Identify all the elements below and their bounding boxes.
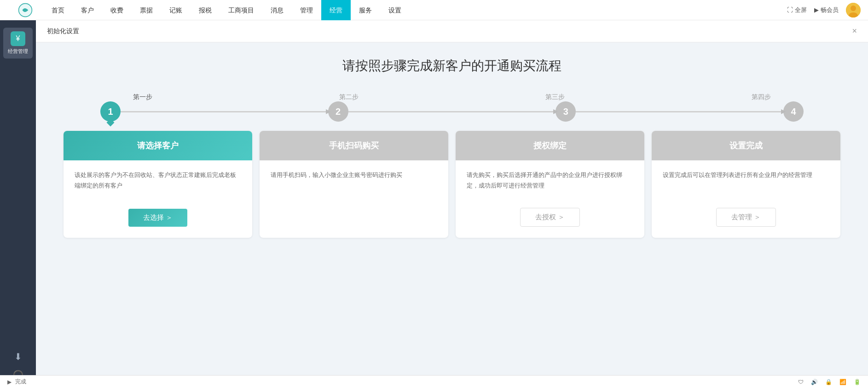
sidebar-item-business[interactable]: ¥ 经营管理: [3, 28, 33, 59]
step1-label: 第一步: [133, 93, 152, 101]
nav-manage[interactable]: 管理: [292, 0, 321, 20]
nav-service[interactable]: 服务: [351, 0, 380, 20]
layout: ¥ 经营管理 ⬇ 🎧 初始化设置 × 请按照步骤完成新客户的开通购买流程 第一步: [0, 20, 868, 388]
nav-right: ⛶ 全屏 ▶ 畅会员: [787, 3, 861, 18]
card1-btn[interactable]: 去选择 ＞: [128, 209, 187, 227]
card1-body: 该处展示的客户为不在回收站、客户状态正常建账后完成老板端绑定的所有客户: [64, 160, 252, 201]
card2-body: 请用手机扫码，输入小微企业主账号密码进行购买: [260, 160, 448, 219]
wifi-icon: 📶: [839, 379, 846, 385]
nav-tax[interactable]: 报税: [191, 0, 220, 20]
status-label: 完成: [15, 378, 26, 386]
sidebar: ¥ 经营管理 ⬇ 🎧: [0, 20, 36, 388]
step3-label: 第三步: [545, 93, 565, 101]
card3-footer: 去授权 ＞: [456, 200, 644, 238]
card3-btn[interactable]: 去授权 ＞: [520, 208, 580, 227]
page-title: 初始化设置: [47, 27, 79, 35]
play-btn[interactable]: ▶: [7, 379, 12, 385]
lock-icon: 🔒: [825, 379, 832, 385]
fullscreen-icon: ⛶: [787, 6, 793, 13]
business-icon: ¥: [11, 31, 25, 46]
play-icon: ▶: [814, 6, 819, 13]
nav-industry[interactable]: 工商项目: [220, 0, 262, 20]
top-nav: 首页 客户 收费 票据 记账 报税 工商项目 消息 管理 经营 服务 设置 ⛶ …: [0, 0, 868, 20]
status-bar-right: 🛡 🔊 🔒 📶 🔋: [798, 379, 861, 385]
nav-settings[interactable]: 设置: [380, 0, 410, 20]
connector-1-2: ▶: [121, 111, 328, 112]
connector-3-4: ▶: [576, 111, 783, 112]
card3-body: 请先购买，购买后选择开通的产品中的企业用户进行授权绑定，成功后即可进行经营管理: [456, 160, 644, 200]
card4-body: 设置完成后可以在管理列表进行所有企业用户的经营管理: [652, 160, 840, 200]
card-3: 授权绑定 请先购买，购买后选择开通的产品中的企业用户进行授权绑定，成功后即可进行…: [456, 131, 644, 238]
step2-node: 2: [328, 101, 348, 122]
nav-invoice[interactable]: 票据: [132, 0, 161, 20]
volume-icon: 🔊: [811, 379, 818, 385]
nav-home[interactable]: 首页: [43, 0, 73, 20]
step2-number: 2: [336, 106, 341, 117]
fullscreen-btn[interactable]: ⛶ 全屏: [787, 6, 807, 14]
card2-footer: [260, 219, 448, 238]
battery-icon: 🔋: [854, 379, 861, 385]
card2-header: 手机扫码购买: [260, 131, 448, 160]
nav-message[interactable]: 消息: [262, 0, 292, 20]
nav-items: 首页 客户 收费 票据 记账 报税 工商项目 消息 管理 经营 服务 设置: [43, 0, 787, 20]
step2-label: 第二步: [339, 93, 359, 101]
member-btn[interactable]: ▶ 畅会员: [814, 6, 839, 14]
step3-number: 3: [563, 106, 568, 117]
nav-accounting[interactable]: 记账: [161, 0, 191, 20]
steps-nodes-row: 1 ▶ 2 ▶: [54, 101, 850, 122]
download-icon[interactable]: ⬇: [14, 351, 22, 362]
card4-header: 设置完成: [652, 131, 840, 160]
content-header: 初始化设置 ×: [36, 20, 868, 42]
close-button[interactable]: ×: [852, 26, 857, 36]
card-1: 请选择客户 该处展示的客户为不在回收站、客户状态正常建账后完成老板端绑定的所有客…: [64, 131, 252, 238]
card4-footer: 去管理 ＞: [652, 200, 840, 238]
step4-node: 4: [783, 101, 804, 122]
step3-node: 3: [556, 101, 576, 122]
step1-number: 1: [108, 106, 113, 117]
avatar[interactable]: [846, 3, 861, 18]
step4-label: 第四步: [752, 93, 771, 101]
step4-number: 4: [791, 106, 796, 117]
logo: [7, 3, 43, 18]
card4-btn[interactable]: 去管理 ＞: [716, 208, 776, 227]
main-content: 初始化设置 × 请按照步骤完成新客户的开通购买流程 第一步 第二步 第三步: [36, 20, 868, 388]
cards-row: 请选择客户 该处展示的客户为不在回收站、客户状态正常建账后完成老板端绑定的所有客…: [54, 131, 850, 238]
nav-business[interactable]: 经营: [321, 0, 351, 20]
connector-2-3: ▶: [348, 111, 556, 112]
nav-billing[interactable]: 收费: [102, 0, 132, 20]
shield-icon: 🛡: [798, 379, 804, 385]
step1-node: 1: [100, 101, 121, 122]
nav-customer[interactable]: 客户: [73, 0, 102, 20]
status-bar: ▶ 完成 🛡 🔊 🔒 📶 🔋: [0, 375, 868, 388]
card-4: 设置完成 设置完成后可以在管理列表进行所有企业用户的经营管理 去管理 ＞: [652, 131, 840, 238]
card-2: 手机扫码购买 请用手机扫码，输入小微企业主账号密码进行购买: [260, 131, 448, 238]
svg-point-2: [851, 6, 856, 11]
card1-header: 请选择客户: [64, 131, 252, 160]
card3-header: 授权绑定: [456, 131, 644, 160]
main-page-title: 请按照步骤完成新客户的开通购买流程: [54, 57, 850, 75]
content-body: 请按照步骤完成新客户的开通购买流程 第一步 第二步 第三步 第四步: [36, 42, 868, 253]
steps-labels-row: 第一步 第二步 第三步 第四步: [54, 93, 850, 101]
card1-footer: 去选择 ＞: [64, 201, 252, 238]
